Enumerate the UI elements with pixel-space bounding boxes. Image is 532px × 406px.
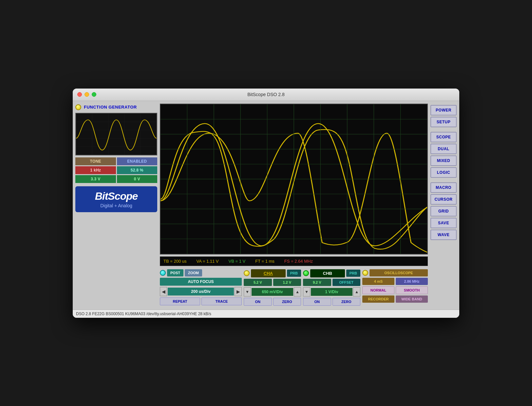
bs-main-text: BitScope [79, 190, 153, 202]
osc-dot [362, 270, 368, 276]
chb-div-up-arrow[interactable]: ▲ [353, 287, 360, 296]
repeat-button[interactable]: REPEAT [160, 297, 200, 305]
close-button[interactable] [77, 92, 82, 97]
cha-div-down-arrow[interactable]: ▼ [244, 287, 251, 296]
fg-title: FUNCTION GENERATOR [84, 105, 137, 110]
chb-volt-row: 9.2 V OFFSET [303, 279, 360, 286]
ft-status: FT = 1 ms [255, 259, 275, 264]
duty-button[interactable]: 52.8 % [117, 166, 158, 174]
fg-preview [75, 113, 157, 155]
cha-prb-button[interactable]: PRB [287, 270, 301, 277]
cha-div-row: ▼ 650 mV/Div ▲ [244, 287, 301, 296]
recorder-button[interactable]: RECORDER [362, 295, 394, 303]
enabled-button[interactable]: ENABLED [117, 157, 158, 165]
vb-status: VB = 1 V [229, 259, 246, 264]
chb-button[interactable]: CHB [310, 269, 345, 277]
bs-sub-text: Digital + Analog [79, 203, 153, 208]
trace-button[interactable]: TRACE [201, 297, 242, 305]
osc-status-bar: TB = 200 us VA = 1.11 V VB = 1 V FT = 1 … [160, 256, 428, 266]
tone-button[interactable]: TONE [75, 157, 116, 165]
bottom-left-controls: POST ZOOM AUTO FOCUS ◀ 200 us/Div ▶ REPE… [160, 269, 242, 306]
osc-recorder-wideband-row: RECORDER WIDE BAND [362, 295, 428, 303]
dual-button[interactable]: DUAL [430, 144, 457, 154]
chb-prb-button[interactable]: PRB [346, 270, 360, 277]
osc-vals-row: 4 mS 2.86 MHz [362, 278, 428, 285]
osc-title-button[interactable]: OSCILLOSCOPE [370, 269, 428, 276]
auto-focus-row: AUTO FOCUS [160, 278, 242, 286]
cha-button[interactable]: CHA [251, 269, 286, 277]
footer-text: DSO 2.8 FE22G BS000501 KU96MA03 /dev/tty… [76, 312, 211, 316]
timebase-value: 200 us/Div [168, 288, 234, 295]
cha-on-button[interactable]: ON [244, 298, 272, 306]
status-footer: DSO 2.8 FE22G BS000501 KU96MA03 /dev/tty… [73, 310, 459, 318]
osc-waveform-overlay [161, 104, 427, 254]
cha-volt1-button[interactable]: 5.2 V [244, 279, 272, 286]
maximize-button[interactable] [92, 92, 96, 97]
cha-zero-button[interactable]: ZERO [273, 298, 301, 306]
fg-dot [75, 104, 81, 110]
scope-button[interactable]: SCOPE [430, 132, 457, 142]
cursor-button[interactable]: CURSOR [430, 194, 457, 205]
fg-header: FUNCTION GENERATOR [75, 104, 157, 111]
volt-button[interactable]: 3.3 V [75, 175, 116, 183]
cha-volt2-button[interactable]: 1.2 V [273, 279, 301, 286]
chb-zero-button[interactable]: ZERO [332, 298, 361, 306]
cha-div-up-arrow[interactable]: ▲ [294, 287, 301, 296]
titlebar: BitScope DSO 2.8 [73, 89, 459, 101]
cyan-indicator [160, 270, 166, 276]
osc-val2-button[interactable]: 2.86 MHz [396, 278, 428, 285]
smooth-button[interactable]: SMOOTH [396, 286, 428, 294]
post-button[interactable]: POST [167, 269, 183, 276]
macro-button[interactable]: MACRO [430, 182, 457, 193]
zoom-button[interactable]: ZOOM [185, 269, 202, 276]
channel-a-controls: CHA PRB 5.2 V 1.2 V ▼ 650 mV/Div ▲ ON [244, 269, 301, 306]
tb-left-arrow[interactable]: ◀ [160, 287, 167, 296]
right-panel: POWER SETUP SCOPE DUAL MIXED LOGIC MACRO… [430, 104, 457, 307]
grid-button[interactable]: GRID [430, 206, 457, 216]
chb-volt-button[interactable]: 9.2 V [303, 279, 331, 286]
chb-label: CHB [323, 271, 332, 276]
left-panel: FUNCTION GENERATOR [75, 104, 157, 307]
chb-div-down-arrow[interactable]: ▼ [303, 287, 310, 296]
chb-offset-button[interactable]: OFFSET [332, 279, 361, 286]
tb-right-arrow[interactable]: ▶ [235, 287, 242, 296]
chb-div-row: ▼ 1 V/Div ▲ [303, 287, 360, 296]
center-panel: TB = 200 us VA = 1.11 V VB = 1 V FT = 1 … [160, 104, 428, 307]
oscilloscope-display [160, 104, 428, 254]
repeat-trace-row: REPEAT TRACE [160, 297, 242, 305]
chb-header-row: CHB PRB [303, 269, 360, 277]
osc-header-row: OSCILLOSCOPE [362, 269, 428, 276]
cha-label: CHA [264, 271, 273, 276]
channel-b-controls: CHB PRB 9.2 V OFFSET ▼ 1 V/Div ▲ ON [303, 269, 360, 306]
main-window: BitScope DSO 2.8 FUNCTION GENERATOR [73, 89, 459, 318]
wide-band-button[interactable]: WIDE BAND [396, 295, 428, 303]
window-title: BitScope DSO 2.8 [247, 92, 285, 97]
setup-button[interactable]: SETUP [430, 117, 457, 127]
power-button[interactable]: POWER [430, 105, 457, 115]
logic-button[interactable]: LOGIC [430, 167, 457, 178]
cha-on-zero-row: ON ZERO [244, 298, 301, 306]
offset-button[interactable]: 0 V [117, 175, 158, 183]
osc-panel-controls: OSCILLOSCOPE 4 mS 2.86 MHz NORMAL SMOOTH… [362, 269, 428, 306]
minimize-button[interactable] [85, 92, 89, 97]
chb-div-value: 1 V/Div [311, 288, 352, 296]
osc-val1-button[interactable]: 4 mS [362, 278, 394, 285]
fg-controls: TONE ENABLED 1 kHz 52.8 % 3.3 V 0 V [75, 157, 157, 183]
wave-button[interactable]: WAVE [430, 230, 457, 240]
save-button[interactable]: SAVE [430, 218, 457, 228]
auto-focus-button[interactable]: AUTO FOCUS [160, 278, 242, 286]
chb-dot [303, 270, 309, 276]
bitscope-logo: BitScope Digital + Analog [75, 186, 157, 212]
chb-on-button[interactable]: ON [303, 298, 331, 306]
normal-button[interactable]: NORMAL [362, 286, 394, 294]
traffic-lights [77, 92, 96, 97]
fs-status: FS = 2.64 MHz [284, 259, 313, 264]
timebase-row: ◀ 200 us/Div ▶ [160, 287, 242, 296]
fg-waveform-svg [76, 113, 157, 155]
va-status: VA = 1.11 V [196, 259, 218, 264]
mixed-button[interactable]: MIXED [430, 155, 457, 166]
cha-dot [244, 270, 250, 276]
freq-button[interactable]: 1 kHz [75, 166, 116, 174]
cha-volt-row: 5.2 V 1.2 V [244, 279, 301, 286]
cha-div-value: 650 mV/Div [252, 288, 293, 296]
